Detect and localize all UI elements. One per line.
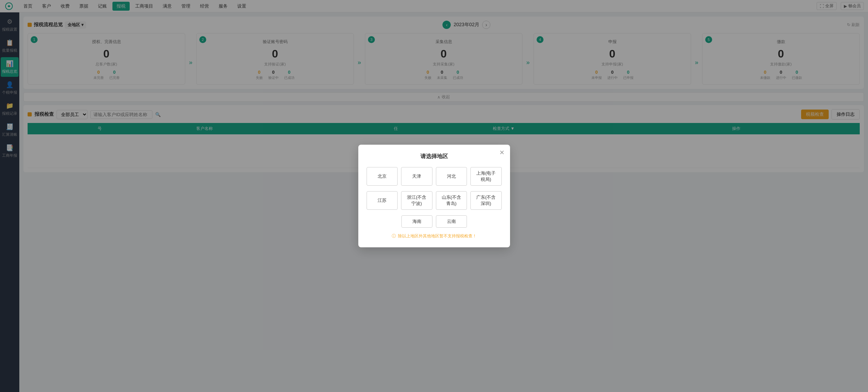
region-btn-row2-1[interactable]: 浙江(不含宁波): [401, 191, 432, 210]
region-btn-row1-3[interactable]: 上海(电子税局): [470, 167, 502, 186]
modal-region-row3: 海南云南: [367, 215, 502, 228]
warning-icon: ⓘ: [392, 233, 396, 239]
modal-region-row1: 北京天津河北上海(电子税局): [367, 167, 502, 186]
warning-text: 除以上地区外其他地区暂不支持报税检查！: [398, 233, 477, 239]
region-btn-row2-2[interactable]: 山东(不含青岛): [436, 191, 467, 210]
modal-region-row2: 江苏浙江(不含宁波)山东(不含青岛)广东(不含深圳): [367, 191, 502, 210]
region-btn-row2-3[interactable]: 广东(不含深圳): [470, 191, 502, 210]
region-btn-row3-1[interactable]: 云南: [436, 215, 467, 228]
region-btn-row1-1[interactable]: 天津: [401, 167, 432, 186]
region-btn-row3-0[interactable]: 海南: [401, 215, 432, 228]
modal-title: 请选择地区: [367, 153, 502, 160]
region-modal: ✕ 请选择地区 北京天津河北上海(电子税局) 江苏浙江(不含宁波)山东(不含青岛…: [358, 145, 510, 247]
modal-overlay[interactable]: ✕ 请选择地区 北京天津河北上海(电子税局) 江苏浙江(不含宁波)山东(不含青岛…: [0, 0, 868, 392]
region-btn-row2-0[interactable]: 江苏: [367, 191, 398, 210]
modal-close-btn[interactable]: ✕: [499, 149, 505, 156]
region-btn-row1-0[interactable]: 北京: [367, 167, 398, 186]
modal-warning: ⓘ 除以上地区外其他地区暂不支持报税检查！: [367, 233, 502, 239]
region-btn-row1-2[interactable]: 河北: [436, 167, 467, 186]
